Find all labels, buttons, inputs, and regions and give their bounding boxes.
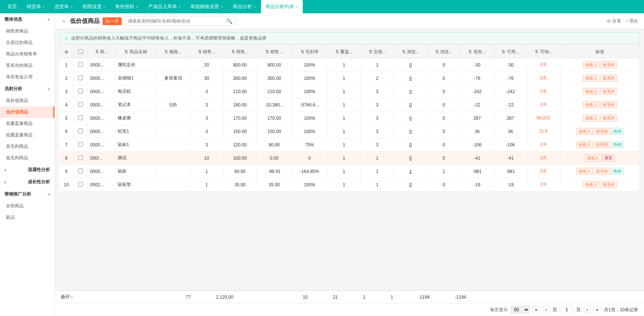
sales-qty-col-header[interactable]: ⇅ 销售...: [190, 46, 223, 58]
browse2-col-header[interactable]: ⇅ 浏览...: [427, 46, 460, 58]
row-settings[interactable]: 4: [59, 98, 74, 112]
sidebar-group-growth[interactable]: › 成长性分析: [0, 176, 54, 188]
row-select-checkbox[interactable]: [78, 129, 83, 133]
row-checkbox[interactable]: [74, 178, 88, 191]
sidebar-group-marketing[interactable]: 营销推广分析 ∨: [0, 188, 54, 200]
row-settings[interactable]: 7: [59, 138, 74, 152]
nav-product-inbound[interactable]: 产成品入库单 ×: [144, 0, 185, 13]
close-icon[interactable]: ×: [103, 4, 105, 9]
sidebar-item-traded[interactable]: 交易过的商品: [0, 37, 54, 48]
close-icon[interactable]: ×: [178, 4, 181, 9]
row-checkbox[interactable]: [74, 98, 88, 112]
sales-avg-col-header[interactable]: ⇅ 销售...: [256, 46, 292, 58]
page-number-input[interactable]: [560, 306, 573, 313]
sidebar-item-high-coverage[interactable]: 高覆盖量商品: [0, 118, 54, 129]
sidebar-item-new-products[interactable]: 新品: [0, 212, 54, 223]
close-icon[interactable]: ×: [296, 4, 298, 9]
row-browse1[interactable]: 0: [394, 72, 427, 85]
browse-link[interactable]: 0: [409, 129, 412, 134]
row-settings[interactable]: 1: [59, 58, 74, 72]
nav-purchase-order[interactable]: 进货单 ×: [50, 0, 77, 13]
sidebar-item-high-margin[interactable]: 高毛利商品: [0, 141, 54, 152]
share-button[interactable]: ⊙ 分享: [607, 18, 621, 24]
row-browse1[interactable]: 0: [394, 58, 427, 72]
row-settings[interactable]: 8: [59, 152, 74, 165]
row-select-checkbox[interactable]: [78, 75, 83, 80]
name-col-header[interactable]: ⇅ 商品名称: [115, 46, 156, 58]
row-browse1[interactable]: 0: [394, 125, 427, 138]
row-select-checkbox[interactable]: [78, 62, 83, 67]
browse-link[interactable]: 0: [409, 89, 412, 94]
sidebar-item-low-coverage[interactable]: 低覆盖量商品: [0, 129, 54, 141]
browse-link[interactable]: 0: [409, 116, 412, 121]
nav-product-analysis-list[interactable]: 商品分析列表 ×: [261, 0, 302, 13]
sales-amt-col-header[interactable]: ⇅ 销售...: [223, 46, 256, 58]
current-col-header[interactable]: ⇅ 现有...: [460, 46, 494, 58]
sidebar-group-overall[interactable]: 整体信息 ∨: [0, 13, 54, 26]
browse-link[interactable]: 0: [409, 182, 412, 187]
coverage-col-header[interactable]: ⇅ 覆盖...: [327, 46, 360, 58]
row-checkbox[interactable]: [74, 72, 88, 85]
browse-link[interactable]: 0: [409, 102, 412, 108]
sidebar-item-sales-category[interactable]: 销售类商品: [0, 26, 54, 37]
row-settings[interactable]: 3: [59, 85, 74, 98]
close-icon[interactable]: ×: [254, 4, 256, 9]
row-checkbox[interactable]: [74, 85, 88, 98]
row-settings[interactable]: 10: [59, 178, 74, 191]
code-col-header[interactable]: ⇅ 商...: [88, 46, 115, 58]
nav-permission-settings[interactable]: 权限设置 ×: [78, 0, 110, 13]
search-icon[interactable]: 🔍: [226, 18, 232, 24]
row-browse1[interactable]: 0: [394, 112, 427, 125]
trade-col-header[interactable]: ⇅ 交易...: [360, 46, 394, 58]
page-size-select[interactable]: 50 100: [511, 306, 530, 314]
row-select-checkbox[interactable]: [78, 155, 83, 160]
gross-rate-col-header[interactable]: ⇅ 毛利率: [292, 46, 327, 58]
sidebar-item-capital-occupation[interactable]: 库存资金占用: [0, 71, 54, 83]
sidebar-collapse-button[interactable]: «: [61, 16, 67, 26]
nav-role-auth[interactable]: 角色授权 ×: [111, 0, 142, 13]
row-settings[interactable]: 6: [59, 125, 74, 138]
next-page-button[interactable]: ›: [584, 306, 590, 313]
time-filter-button[interactable]: 近一月: [103, 17, 122, 25]
row-browse1[interactable]: 0: [394, 178, 427, 191]
saleable-col-header[interactable]: ⇅ 可销...: [527, 46, 560, 58]
close-icon[interactable]: ×: [70, 4, 73, 9]
row-browse1[interactable]: 0: [394, 138, 427, 152]
row-select-checkbox[interactable]: [78, 169, 83, 173]
browse-link[interactable]: 0: [409, 156, 412, 161]
row-browse1[interactable]: 0: [394, 98, 427, 112]
sidebar-item-category-sales-rate[interactable]: 商品分类销售率: [0, 48, 54, 60]
nav-template-settings[interactable]: 单据模板设置 ×: [186, 0, 227, 13]
nav-home[interactable]: 首页: [3, 0, 21, 13]
spec-col-header[interactable]: ⇅ 规格...: [156, 46, 190, 58]
sidebar-item-all-products[interactable]: 全部商品: [0, 200, 54, 212]
row-settings[interactable]: 5: [59, 112, 74, 125]
available-col-header[interactable]: ⇅ 可用...: [494, 46, 527, 58]
row-select-checkbox[interactable]: [78, 89, 83, 94]
last-page-button[interactable]: »: [593, 306, 601, 313]
browse1-col-header[interactable]: ⇅ 浏览...: [394, 46, 427, 58]
row-checkbox[interactable]: [74, 125, 88, 138]
browse-link[interactable]: 0: [409, 62, 412, 68]
row-checkbox[interactable]: [74, 152, 88, 165]
row-settings[interactable]: 9: [59, 165, 74, 178]
sidebar-item-high-value[interactable]: 高价值商品: [0, 95, 54, 106]
nav-sales-order[interactable]: 销货单 ×: [22, 0, 49, 13]
browse-link[interactable]: 1: [409, 169, 412, 174]
sidebar-item-zero-stock[interactable]: 零库存的商品: [0, 60, 54, 71]
row-select-checkbox[interactable]: [78, 102, 83, 107]
row-checkbox[interactable]: [74, 112, 88, 125]
search-input[interactable]: [128, 18, 226, 24]
sidebar-group-liquidity[interactable]: › 流通性分析: [0, 164, 54, 176]
browse-link[interactable]: 0: [409, 142, 412, 147]
row-browse1[interactable]: 0: [394, 85, 427, 98]
prev-page-button[interactable]: ‹: [543, 306, 550, 313]
nav-product-analysis[interactable]: 商品分析 ×: [228, 0, 260, 13]
row-select-checkbox[interactable]: [78, 182, 83, 187]
checkbox-col-header[interactable]: [74, 46, 88, 58]
row-browse1[interactable]: 1: [394, 165, 427, 178]
row-settings[interactable]: 2: [59, 72, 74, 85]
row-checkbox[interactable]: [74, 138, 88, 152]
settings-col-header[interactable]: ⚙: [59, 46, 74, 58]
close-icon[interactable]: ×: [221, 4, 223, 9]
